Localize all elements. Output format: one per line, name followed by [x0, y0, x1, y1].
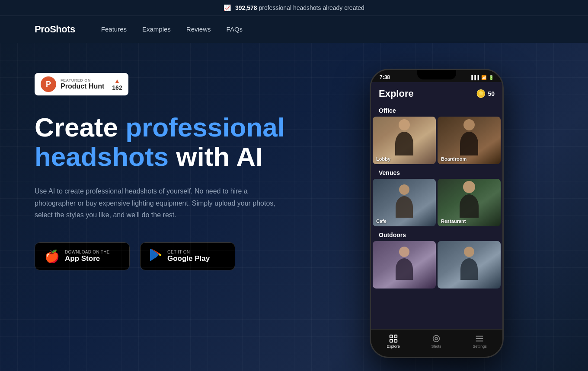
nav-features[interactable]: Features	[101, 25, 127, 33]
coin-count: 50	[488, 90, 495, 97]
headline-part1: Create	[35, 112, 125, 142]
cafe-card[interactable]: Cafe	[373, 179, 436, 226]
nav-examples[interactable]: Examples	[142, 25, 171, 33]
shots-nav-label: Shots	[431, 344, 441, 349]
office-photo-grid: Lobby Boardroom	[371, 117, 502, 164]
nav-reviews[interactable]: Reviews	[186, 25, 211, 33]
coin-badge: 🪙 50	[476, 89, 495, 98]
lobby-card[interactable]: Lobby	[373, 117, 436, 164]
phone-content: Explore 🪙 50 Office Lobby	[371, 82, 502, 334]
svg-rect-3	[394, 339, 396, 342]
phone-notch	[417, 70, 456, 79]
outdoors-photo-grid	[371, 241, 502, 289]
settings-nav-label: Settings	[473, 344, 487, 349]
status-right: ▐▐▐ 📶 🔋	[470, 75, 494, 80]
venues-section-label: Venues	[371, 166, 502, 179]
ph-featured-on-label: FEATURED ON	[61, 78, 104, 82]
hero-description: Use AI to create professional headshots …	[35, 185, 285, 221]
boardroom-label: Boardroom	[441, 156, 467, 162]
phone-mockup: 7:38 ▐▐▐ 📶 🔋 Explore 🪙 50	[370, 69, 504, 358]
trend-icon: 📈	[224, 4, 231, 11]
store-buttons: 🍎 Download on the App Store G	[35, 242, 320, 270]
google-play-main: Google Play	[167, 254, 210, 263]
google-play-icon	[150, 249, 162, 264]
hero-left: P FEATURED ON Product Hunt ▲ 162 Create …	[35, 60, 320, 358]
ph-count: 162	[112, 84, 122, 91]
top-banner: 📈 392,578 professional headshots already…	[0, 0, 588, 16]
app-store-sub: Download on the	[65, 250, 110, 254]
app-store-button[interactable]: 🍎 Download on the App Store	[35, 242, 130, 270]
explore-nav-label: Explore	[387, 344, 400, 349]
office-section-label: Office	[371, 104, 502, 117]
cafe-label: Cafe	[376, 219, 387, 224]
boardroom-card[interactable]: Boardroom	[438, 117, 501, 164]
coin-icon: 🪙	[476, 89, 486, 98]
phone-nav-settings[interactable]: Settings	[473, 334, 487, 351]
restaurant-label: Restaurant	[441, 219, 466, 224]
phone-time: 7:38	[380, 74, 390, 80]
outdoor1-card[interactable]	[373, 241, 436, 289]
google-play-sub: GET IT ON	[167, 250, 210, 254]
ph-title: Product Hunt	[61, 82, 104, 90]
battery-icon: 🔋	[489, 75, 494, 80]
svg-point-5	[435, 337, 438, 340]
outdoor2-card[interactable]	[438, 241, 501, 289]
google-play-button[interactable]: GET IT ON Google Play	[140, 242, 235, 270]
phone-bottom-nav: Explore Shots Settings	[371, 329, 502, 357]
svg-rect-0	[390, 335, 392, 338]
app-store-main: App Store	[65, 254, 110, 263]
app-store-text: Download on the App Store	[65, 250, 110, 263]
headline-highlight1: professional	[125, 112, 285, 142]
svg-rect-1	[394, 335, 396, 338]
google-play-text: GET IT ON Google Play	[167, 250, 210, 263]
venues-photo-grid: Cafe Restaurant	[371, 179, 502, 226]
product-hunt-badge[interactable]: P FEATURED ON Product Hunt ▲ 162	[35, 73, 128, 95]
svg-point-4	[433, 336, 440, 342]
apple-icon: 🍎	[45, 249, 60, 263]
phone-app-header: Explore 🪙 50	[371, 82, 502, 104]
navbar: ProShots Features Examples Reviews FAQs	[0, 16, 588, 43]
phone-explore-title: Explore	[379, 88, 414, 99]
product-hunt-icon: P	[41, 76, 56, 92]
restaurant-card[interactable]: Restaurant	[438, 179, 501, 226]
phone-nav-shots[interactable]: Shots	[431, 334, 441, 351]
ph-arrow-icon: ▲	[114, 77, 120, 84]
hero-headline: Create professional headshots with AI	[35, 113, 320, 171]
lobby-label: Lobby	[376, 156, 390, 162]
wifi-icon: 📶	[481, 75, 486, 80]
nav-faqs[interactable]: FAQs	[227, 25, 243, 33]
ph-votes: ▲ 162	[112, 77, 122, 91]
svg-rect-2	[390, 339, 392, 342]
signal-icon: ▐▐▐	[470, 75, 479, 80]
headline-with-ai: with AI	[176, 142, 263, 171]
nav-links: Features Examples Reviews FAQs	[101, 25, 243, 33]
product-hunt-text: FEATURED ON Product Hunt	[61, 78, 104, 90]
headline-headshots: headshots	[35, 142, 169, 171]
banner-count: 392,578	[235, 4, 257, 11]
banner-text: professional headshots already created	[259, 4, 364, 11]
hero-right: 7:38 ▐▐▐ 📶 🔋 Explore 🪙 50	[320, 60, 553, 358]
logo[interactable]: ProShots	[35, 24, 75, 35]
phone-nav-explore[interactable]: Explore	[387, 334, 400, 351]
hero-section: P FEATURED ON Product Hunt ▲ 162 Create …	[0, 43, 588, 371]
outdoors-section-label: Outdoors	[371, 228, 502, 241]
